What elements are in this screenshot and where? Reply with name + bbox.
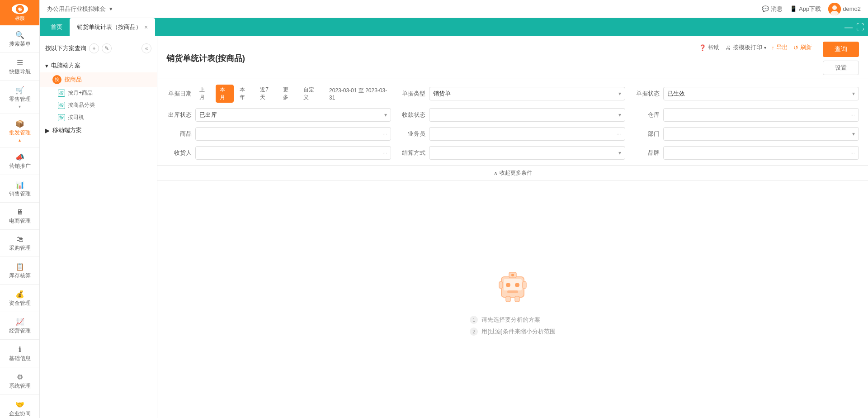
sidebar-item-basic[interactable]: ℹ 基础信息 [0, 340, 39, 367]
right-panel: 销货单统计表(按商品) ❓ 帮助 🖨 按模板打印 ▾ ↑ [157, 36, 868, 418]
settlement-value[interactable]: ▾ [429, 146, 625, 160]
add-scheme-btn[interactable]: + [89, 43, 99, 53]
tab-maximize-icon[interactable]: ⛶ [856, 23, 864, 32]
svg-point-8 [515, 283, 519, 287]
payment-status-label: 收款状态 [400, 111, 425, 119]
department-value[interactable]: ▾ [663, 127, 859, 141]
tree-item-by-cashier[interactable]: 按 按司机 [40, 111, 157, 124]
salesperson-label: 业务员 [400, 130, 425, 138]
edit-scheme-btn[interactable]: ✎ [102, 43, 112, 53]
sidebar-item-sales[interactable]: 📊 销售管理 [0, 175, 39, 203]
sidebar-operations-label: 经营管理 [9, 327, 31, 335]
collapse-panel-btn[interactable]: « [142, 43, 151, 53]
tree-group-mobile-header[interactable]: ▶ 移动端方案 [40, 124, 157, 137]
app-download-icon: 📱 [790, 5, 797, 12]
tree-group-pc-arrow: ▾ [45, 62, 48, 69]
collapse-icon: ∧ [494, 170, 498, 176]
tree-item-by-product[interactable]: 按 按商品 [40, 72, 157, 87]
warehouse-value[interactable]: ··· [663, 108, 859, 122]
filter-row-1: 单据日期 上月 本月 本年 近7天 更多 自定义 2023-03-01 至 20… [166, 85, 859, 103]
warehouse-status-label: 出库状态 [166, 111, 192, 119]
date-tab-this-month[interactable]: 本月 [216, 85, 234, 103]
message-btn[interactable]: 💬 消息 [762, 5, 783, 13]
tab-sales-stat[interactable]: 销货单统计表（按商品） × [70, 18, 155, 36]
tree-item-by-category[interactable]: 按 按商品分类 [40, 99, 157, 111]
empty-state: 1 请先选择要分析的方案 2 用[过滤]条件来缩小分析范围 [157, 181, 868, 418]
sidebar-sales-label: 销售管理 [9, 190, 31, 198]
sidebar-item-retail[interactable]: 🛒 零售管理 ▾ [0, 81, 39, 114]
app-download-btn[interactable]: 📱 App下载 [790, 5, 821, 13]
help-btn[interactable]: ❓ 帮助 [699, 43, 720, 52]
topbar-left: 办公用品行业模拟账套 ▾ [47, 5, 113, 13]
receiver-dots[interactable]: ··· [382, 150, 387, 156]
filter-brand: 品牌 ··· [634, 146, 859, 160]
filter-row-3: 商品 ··· 业务员 ··· [166, 127, 859, 141]
sidebar-marketing-label: 营销推广 [9, 162, 31, 170]
product-value[interactable]: ··· [195, 127, 391, 141]
filter-payment-status: 收款状态 ▾ [400, 108, 625, 122]
sidebar-item-finance[interactable]: 💰 资金管理 [0, 285, 39, 312]
export-btn[interactable]: ↑ 导出 [772, 43, 788, 52]
query-btn[interactable]: 查询 [823, 42, 859, 57]
doc-type-text: 销货单 [433, 90, 451, 98]
print-btn[interactable]: 🖨 按模板打印 ▾ [725, 43, 766, 52]
sidebar-item-system[interactable]: ⚙ 系统管理 [0, 367, 39, 395]
sidebar-finance-label: 资金管理 [9, 299, 31, 307]
message-icon: 💬 [762, 5, 769, 12]
sidebar-logo: 畅 标服 [0, 0, 39, 25]
brand-dots[interactable]: ··· [850, 150, 855, 156]
by-product-label: 按商品 [64, 76, 82, 84]
sidebar-item-quick-nav[interactable]: ☰ 快捷导航 [0, 53, 39, 81]
salesperson-dots[interactable]: ··· [617, 131, 621, 137]
sidebar-item-inventory[interactable]: 📋 库存核算 [0, 257, 39, 285]
tab-close-icon[interactable]: × [144, 24, 148, 31]
payment-status-arrow: ▾ [618, 112, 621, 118]
message-label: 消息 [771, 5, 783, 13]
query-area: 查询 设置 [817, 42, 859, 75]
sidebar-item-ecommerce[interactable]: 🖥 电商管理 [0, 203, 39, 230]
doc-type-value[interactable]: 销货单 ▾ [429, 87, 625, 100]
sidebar-item-purchase[interactable]: 🛍 采购管理 [0, 230, 39, 257]
tab-minimize-icon[interactable]: — [844, 23, 853, 32]
filter-row-2: 出库状态 已出库 ▾ 收款状态 ▾ [166, 108, 859, 122]
date-tab-last-month[interactable]: 上月 [195, 85, 214, 103]
payment-status-value[interactable]: ▾ [429, 108, 625, 122]
topbar-dropdown[interactable]: ▾ [109, 5, 113, 12]
brand-value[interactable]: ··· [663, 146, 859, 160]
sidebar-item-marketing[interactable]: 📣 营销推广 [0, 147, 39, 175]
date-tab-more[interactable]: 更多 [279, 85, 297, 103]
date-tab-7days[interactable]: 近7天 [256, 85, 277, 103]
receiver-label: 收货人 [166, 149, 192, 157]
export-label: 导出 [776, 43, 788, 52]
sidebar-item-wholesale[interactable]: 📦 批发管理 ▴ [0, 114, 39, 147]
collapse-bar[interactable]: ∧ 收起更多条件 [157, 166, 868, 181]
sidebar-item-search[interactable]: 🔍 搜索菜单 [0, 25, 39, 53]
warehouse-dots[interactable]: ··· [850, 112, 855, 118]
content-area: 按以下方案查询 + ✎ « ▾ 电脑端方案 [40, 36, 868, 418]
tab-home[interactable]: 首页 [43, 18, 70, 36]
doc-status-value[interactable]: 已生效 ▾ [663, 87, 859, 100]
filter-row-4: 收货人 ··· 结算方式 ▾ [166, 146, 859, 160]
settings-btn[interactable]: 设置 [823, 61, 859, 75]
by-month-product-icon: 按 [58, 90, 65, 97]
refresh-btn[interactable]: ↺ 刷新 [793, 43, 812, 52]
date-tab-this-year[interactable]: 本年 [236, 85, 254, 103]
department-label: 部门 [634, 130, 660, 138]
by-month-product-label: 按月+商品 [68, 89, 93, 97]
product-dots[interactable]: ··· [382, 131, 387, 137]
user-profile[interactable]: demo2 [828, 3, 861, 15]
sidebar-purchase-label: 采购管理 [9, 244, 31, 252]
tree-group-pc-header[interactable]: ▾ 电脑端方案 [40, 59, 157, 72]
sidebar-item-operations[interactable]: 📈 经营管理 [0, 312, 39, 340]
receiver-value[interactable]: ··· [195, 146, 391, 160]
help-label: 帮助 [708, 43, 720, 52]
sidebar-item-enterprise[interactable]: 🤝 企业协同 [0, 395, 39, 418]
tree-item-by-month-product[interactable]: 按 按月+商品 [40, 87, 157, 99]
empty-state-icon [490, 263, 535, 309]
export-icon: ↑ [772, 44, 775, 51]
warehouse-status-value[interactable]: 已出库 ▾ [195, 108, 391, 122]
page-header-right: ❓ 帮助 🖨 按模板打印 ▾ ↑ 导出 ↺ [699, 42, 859, 75]
date-tab-custom[interactable]: 自定义 [299, 85, 323, 103]
salesperson-value[interactable]: ··· [429, 127, 625, 141]
tip-num-1: 1 [470, 316, 478, 324]
